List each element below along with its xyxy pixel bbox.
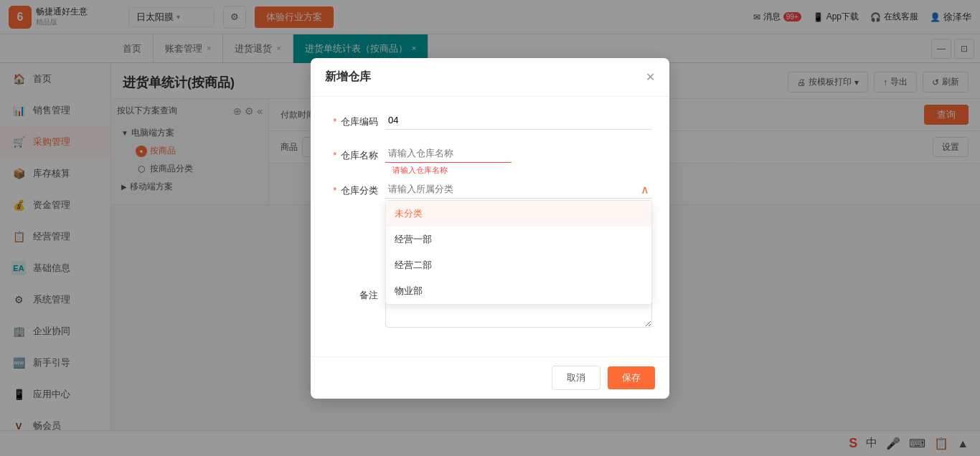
code-input[interactable] (385, 111, 652, 130)
category-option-none[interactable]: 未分类 (386, 201, 651, 227)
category-dropdown: 未分类 经营一部 经营二部 物业部 (385, 200, 652, 305)
form-row-name: * 仓库名称 请输入仓库名称 (328, 144, 652, 163)
dialog-add-warehouse: 新增仓库 ✕ * 仓库编码 * 仓库名称 (311, 58, 669, 399)
dialog-footer: 取消 保存 (311, 356, 669, 399)
cancel-button[interactable]: 取消 (552, 366, 600, 390)
name-label: * 仓库名称 (328, 145, 385, 162)
category-arrow-icon[interactable]: ∧ (641, 182, 649, 196)
modal-overlay[interactable]: 新增仓库 ✕ * 仓库编码 * 仓库名称 (0, 0, 980, 456)
dialog-title: 新增仓库 (325, 70, 371, 85)
dialog-body: * 仓库编码 * 仓库名称 请输入仓库名称 * (311, 97, 669, 356)
form-row-category: * 仓库分类 ∧ 未分类 经营一部 经营二部 物业部 (328, 180, 652, 199)
category-input[interactable] (385, 180, 652, 199)
form-row-code: * 仓库编码 (328, 111, 652, 130)
category-option-3[interactable]: 物业部 (386, 278, 651, 304)
dialog-header: 新增仓库 ✕ (311, 58, 669, 97)
category-label: * 仓库分类 (328, 180, 385, 197)
name-input[interactable] (385, 144, 512, 163)
category-option-1[interactable]: 经营一部 (386, 227, 651, 252)
save-button[interactable]: 保存 (608, 366, 655, 389)
name-error-msg: 请输入仓库名称 (392, 165, 448, 176)
category-wrapper: ∧ 未分类 经营一部 经营二部 物业部 (385, 180, 652, 199)
dialog-close-button[interactable]: ✕ (646, 70, 655, 84)
category-option-2[interactable]: 经营二部 (386, 252, 651, 278)
note-label: 备注 (328, 285, 385, 302)
code-label: * 仓库编码 (328, 111, 385, 128)
